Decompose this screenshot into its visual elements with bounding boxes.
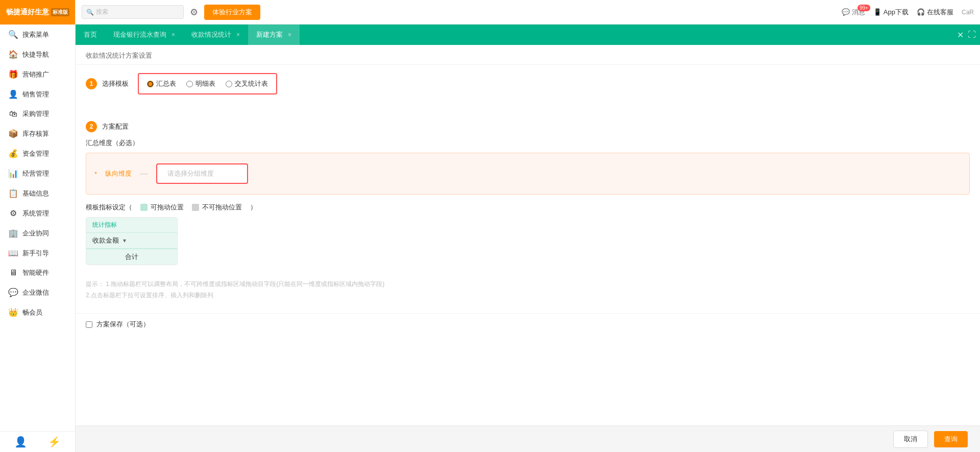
sidebar-item-label: 搜索菜单: [22, 30, 49, 39]
marketing-icon: 🎁: [8, 69, 18, 79]
content-inner: 收款情况统计方案设置 1 选择模板 汇总表 明细表: [76, 45, 980, 425]
enterprise-icon: 🏢: [8, 228, 18, 238]
close-window-icon[interactable]: ✕: [957, 30, 964, 40]
topbar-right: 💬 消息 99+ 📱 App下载 🎧 在线客服 CaR: [842, 8, 974, 17]
tab-label: 现金银行流水查询: [113, 30, 166, 39]
sidebar-item-basic-info[interactable]: 📋基础信息: [0, 183, 75, 203]
app-download-item[interactable]: 📱 App下载: [873, 8, 909, 17]
sidebar-item-sales[interactable]: 👤销售管理: [0, 84, 75, 104]
sidebar-bottom: 👤 ⚡: [0, 431, 75, 452]
radio-cross-label: 交叉统计表: [235, 79, 268, 88]
sidebar-item-guide[interactable]: 📖新手引导: [0, 243, 75, 263]
sidebar-logo: 畅捷通好生意 标准版: [0, 0, 75, 25]
query-button[interactable]: 查询: [934, 431, 968, 447]
legend-non-draggable-label: 不可拖动位置: [202, 203, 242, 212]
sidebar-item-label: 企业协同: [22, 229, 49, 238]
radio-summary-label: 汇总表: [156, 79, 176, 88]
tab-home[interactable]: 首页: [76, 25, 105, 45]
save-checkbox[interactable]: [86, 321, 92, 328]
basic-info-icon: 📋: [8, 188, 18, 198]
wechat-icon: 💬: [8, 288, 18, 297]
sidebar-item-label: 经营管理: [22, 169, 49, 178]
indicator-row[interactable]: 收款金额 ▾: [86, 233, 177, 249]
sidebar-item-quick-nav[interactable]: 🏠快捷导航: [0, 44, 75, 64]
indicator-section: 模板指标设定（ 可拖动位置 不可拖动位置 ） 统计指标: [86, 203, 970, 267]
indicator-label-text: 模板指标设定（: [86, 203, 132, 212]
maximize-icon[interactable]: ⛶: [968, 30, 976, 39]
sidebar-item-label: 快捷导航: [22, 50, 49, 59]
dim-arrow: —: [140, 169, 148, 178]
sidebar-item-hardware[interactable]: 🖥智能硬件: [0, 263, 75, 282]
tab-new-plan[interactable]: 新建方案×: [248, 25, 300, 45]
radio-summary[interactable]: 汇总表: [147, 79, 176, 88]
notification-icon: 💬: [842, 8, 850, 16]
sidebar-item-member[interactable]: 👑畅会员: [0, 302, 75, 322]
footer-save: 方案保存（可选）: [76, 313, 980, 335]
sidebar-item-label: 营销推广: [22, 70, 49, 79]
step2-header: 2 方案配置: [86, 121, 970, 132]
sidebar: 畅捷通好生意 标准版 🔍搜索菜单🏠快捷导航🎁营销推广👤销售管理🛍采购管理📦库存核…: [0, 0, 76, 452]
radio-detail[interactable]: 明细表: [186, 79, 215, 88]
industry-button[interactable]: 体验行业方案: [204, 5, 260, 20]
online-service-item[interactable]: 🎧 在线客服: [917, 8, 953, 17]
user-icon[interactable]: 👤: [14, 436, 27, 448]
sidebar-item-label: 销售管理: [22, 90, 49, 99]
tips-section: 提示： 1.拖动标题栏可以调整布局，不可跨维度或指标区域拖动目字段(只能在同一维…: [86, 275, 970, 305]
sidebar-item-label: 智能硬件: [22, 268, 49, 277]
indicator-footer: 合计: [86, 249, 177, 265]
dim-select-dropdown[interactable]: 请选择分组维度: [156, 163, 248, 184]
sidebar-item-label: 畅会员: [22, 308, 42, 317]
service-label: 在线客服: [927, 8, 953, 17]
quick-nav-icon: 🏠: [8, 50, 18, 59]
sidebar-item-label: 企业微信: [22, 288, 49, 297]
save-label[interactable]: 方案保存（可选）: [96, 320, 150, 329]
indicator-table: 统计指标 收款金额 ▾ 合计: [86, 217, 178, 265]
sidebar-item-enterprise[interactable]: 🏢企业协同: [0, 223, 75, 243]
purchase-icon: 🛍: [8, 109, 18, 118]
settings-icon[interactable]: ⚙: [190, 7, 198, 18]
power-icon[interactable]: ⚡: [48, 436, 61, 448]
tab-receipt-stats[interactable]: 收款情况统计×: [183, 25, 248, 45]
step1-label: 选择模板: [102, 79, 129, 88]
sidebar-item-inventory[interactable]: 📦库存核算: [0, 124, 75, 144]
sidebar-item-operations[interactable]: 📊经营管理: [0, 163, 75, 183]
system-icon: ⚙: [8, 208, 18, 218]
tab-label: 收款情况统计: [191, 30, 231, 39]
vertical-dim-label: 纵向维度: [105, 169, 132, 178]
content-area: 收款情况统计方案设置 1 选择模板 汇总表 明细表: [76, 45, 980, 425]
radio-detail-label: 明细表: [195, 79, 215, 88]
service-icon: 🎧: [917, 8, 925, 16]
required-mark: *: [94, 170, 97, 178]
notification-item[interactable]: 💬 消息 99+: [842, 8, 865, 17]
summary-dim-label: 汇总维度（必选）: [86, 138, 970, 148]
guide-icon: 📖: [8, 248, 18, 258]
finance-icon: 💰: [8, 149, 18, 158]
tab-close-icon[interactable]: ×: [172, 31, 175, 38]
sidebar-item-system[interactable]: ⚙系统管理: [0, 203, 75, 223]
tip-line-2: 2.点击标题栏下拉可设置排序、插入列和删除列: [86, 290, 970, 301]
main-area: 🔍 搜索 ⚙ 体验行业方案 💬 消息 99+ 📱 App下载 🎧 在线客服 Ca…: [76, 0, 980, 452]
app-download-label: App下载: [884, 8, 909, 17]
sidebar-item-wechat[interactable]: 💬企业微信: [0, 282, 75, 302]
topbar: 🔍 搜索 ⚙ 体验行业方案 💬 消息 99+ 📱 App下载 🎧 在线客服 Ca…: [76, 0, 980, 25]
legend-draggable: 可拖动位置: [140, 203, 184, 212]
search-box[interactable]: 🔍 搜索: [82, 5, 184, 19]
chevron-down-icon[interactable]: ▾: [123, 237, 126, 244]
tab-bank-flow[interactable]: 现金银行流水查询×: [105, 25, 183, 45]
non-draggable-dot: [192, 204, 199, 211]
legend-draggable-label: 可拖动位置: [151, 203, 184, 212]
notification-badge: 99+: [857, 5, 870, 11]
sidebar-item-marketing[interactable]: 🎁营销推广: [0, 64, 75, 84]
sidebar-item-finance[interactable]: 💰资金管理: [0, 144, 75, 163]
step1-header: 1 选择模板 汇总表 明细表 交叉统计表: [86, 73, 970, 94]
tab-label: 首页: [84, 30, 97, 39]
sidebar-item-search-menu[interactable]: 🔍搜索菜单: [0, 25, 75, 44]
tab-close-icon[interactable]: ×: [236, 31, 240, 38]
legend-non-draggable: 不可拖动位置: [192, 203, 242, 212]
search-placeholder: 搜索: [96, 8, 108, 16]
template-options: 汇总表 明细表 交叉统计表: [138, 73, 277, 94]
cancel-button[interactable]: 取消: [893, 431, 928, 448]
radio-cross[interactable]: 交叉统计表: [226, 79, 268, 88]
sidebar-item-purchase[interactable]: 🛍采购管理: [0, 104, 75, 124]
tab-close-icon[interactable]: ×: [288, 31, 291, 38]
